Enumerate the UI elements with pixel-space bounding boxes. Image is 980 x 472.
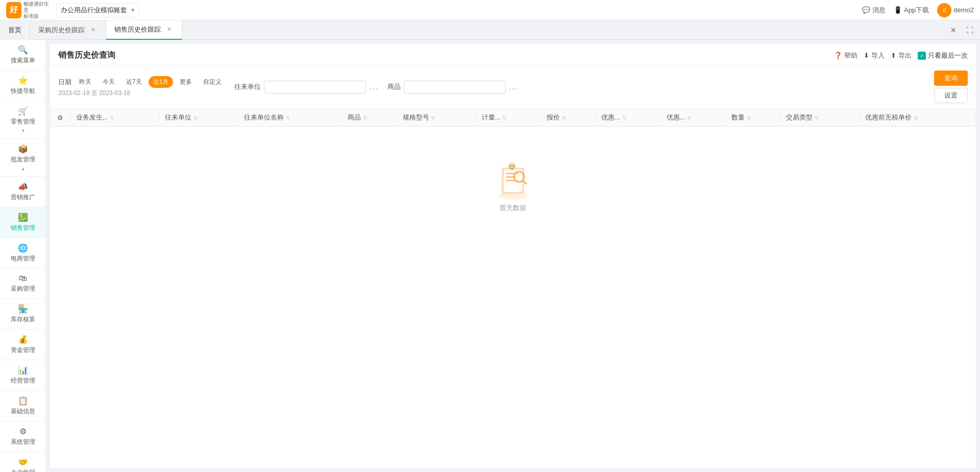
help-button[interactable]: ❓ 帮助 [834, 51, 857, 60]
ecommerce-icon: 🌐 [18, 243, 28, 253]
date-btn-yesterday[interactable]: 昨天 [75, 76, 96, 88]
tab-sales-close[interactable]: ✕ [165, 25, 174, 34]
svg-point-9 [510, 166, 511, 167]
sidebar-item-enterprise[interactable]: 🤝 企业协同 [0, 452, 45, 472]
tab-purchase-history[interactable]: 采购历史价跟踪 ✕ [30, 20, 106, 40]
sort-arrows-icon: ⇅ [110, 115, 114, 121]
tab-home[interactable]: 首页 [0, 20, 30, 40]
sidebar-item-sales-mgmt[interactable]: 💹 销售管理 [0, 207, 45, 238]
sort-arrows-icon: ⇅ [562, 115, 566, 121]
date-btn-more[interactable]: 更多 [175, 76, 197, 88]
sidebar-item-basic-info[interactable]: 📋 基础信息 [0, 391, 45, 421]
table-col-trade-type[interactable]: 交易类型 ⇅ [781, 109, 860, 127]
tab-maximize-button[interactable]: ⛶ [964, 24, 976, 36]
data-table: ⚙ 业务发生... ⇅ 往来单位 ⇅ 往来单位名称 [50, 109, 976, 127]
system-icon: ⚙ [19, 427, 27, 436]
sidebar-item-marketing[interactable]: 📣 营销推广 [0, 177, 45, 207]
filter-search-group: 查询 设置 [934, 70, 968, 103]
message-icon: 💬 [862, 6, 870, 14]
tab-close-all-button[interactable]: ✕ [947, 24, 960, 36]
search-button[interactable]: 查询 [934, 70, 968, 86]
content-area: 销售历史价查询 ❓ 帮助 ⬇ 导入 ⬆ 导出 ✓ [46, 40, 980, 472]
workspace-selector[interactable]: 办公用品行业模拟账套 ▾ [56, 3, 139, 17]
sidebar-item-finance[interactable]: 💰 资金管理 [0, 329, 45, 360]
sidebar-item-inventory[interactable]: 🏪 库存核算 [0, 299, 45, 329]
only-last-check[interactable]: ✓ 只看最后一次 [918, 51, 968, 60]
table-col-spec[interactable]: 规格型号 ⇅ [397, 109, 476, 127]
export-button[interactable]: ⬆ 导出 [891, 51, 912, 60]
logo-icon: 好 [6, 2, 21, 18]
chevron-down-icon: ▾ [131, 6, 135, 14]
user-profile[interactable]: d demo2 [937, 3, 974, 17]
goods-dots[interactable]: ... [509, 82, 519, 91]
sort-arrows-icon: ⇅ [286, 115, 290, 121]
sidebar-item-operations[interactable]: 📊 经营管理 [0, 360, 45, 391]
sort-arrows-icon: ⇅ [193, 115, 198, 121]
table-col-biz-date[interactable]: 业务发生... ⇅ [70, 109, 160, 127]
sidebar-item-label: 营销推广 [11, 193, 35, 202]
tab-purchase-label: 采购历史价跟踪 [38, 26, 85, 35]
app-download-button[interactable]: 📱 App下载 [894, 6, 929, 15]
page-container: 销售历史价查询 ❓ 帮助 ⬇ 导入 ⬆ 导出 ✓ [50, 44, 976, 468]
sort-arrows-icon: ⇅ [431, 115, 435, 121]
date-range-text: 2023-02-18 至 2023-03-18 [58, 89, 226, 98]
settings-button[interactable]: 设置 [934, 88, 968, 103]
date-btn-today[interactable]: 今天 [98, 76, 119, 88]
table-col-discount2[interactable]: 优惠... ⇅ [661, 109, 726, 127]
sidebar-item-label: 经营管理 [11, 376, 35, 385]
sidebar-item-label: 电商管理 [11, 254, 35, 263]
empty-text: 暂无数据 [500, 203, 526, 213]
counterpart-dots[interactable]: ... [369, 82, 379, 91]
sidebar-item-system[interactable]: ⚙ 系统管理 [0, 421, 45, 452]
sidebar-item-purchase-mgmt[interactable]: 🛍 采购管理 [0, 269, 45, 299]
table-col-counterpart-name[interactable]: 往来单位名称 ⇅ [239, 109, 342, 127]
date-btn-custom[interactable]: 自定义 [199, 76, 226, 88]
counterpart-filter-group: 往来单位 ... [234, 81, 379, 93]
message-button[interactable]: 💬 消息 [862, 6, 886, 15]
search-icon: 🔍 [18, 45, 28, 55]
sidebar-item-label: 零售管理 [11, 117, 35, 126]
sidebar-item-quick-nav[interactable]: ⭐ 快捷导航 [0, 70, 45, 101]
date-filter-group: 日期 昨天 今天 近7天 近1月 更多 自定义 2023-02-18 至 202… [58, 76, 226, 98]
export-icon: ⬆ [891, 52, 896, 59]
tab-home-label: 首页 [8, 26, 21, 35]
expand-icon: ▴ [22, 166, 24, 171]
date-btn-1month[interactable]: 近1月 [149, 76, 174, 88]
sidebar-item-label: 资金管理 [11, 346, 35, 355]
sidebar-item-ecommerce[interactable]: 🌐 电商管理 [0, 238, 45, 269]
import-button[interactable]: ⬇ 导入 [864, 51, 885, 60]
table-col-unit[interactable]: 计量... ⇅ [476, 109, 541, 127]
sort-arrows-icon: ⇅ [747, 115, 751, 121]
sidebar-item-label: 系统管理 [11, 438, 35, 446]
table-col-quantity[interactable]: 数量 ⇅ [726, 109, 780, 127]
table-col-settings[interactable]: ⚙ [50, 109, 70, 127]
main-layout: 🔍 搜索菜单 ⭐ 快捷导航 🛒 零售管理 ▾ 📦 批发管理 ▴ 📣 营销推广 💹… [0, 40, 980, 472]
goods-input[interactable] [404, 81, 506, 93]
top-header: 好 畅捷通好生意 标准版 办公用品行业模拟账套 ▾ 💬 消息 📱 App下载 d… [0, 0, 980, 20]
finance-icon: 💰 [18, 335, 28, 344]
counterpart-input[interactable] [264, 81, 366, 93]
empty-illustration [487, 157, 538, 203]
tab-sales-history[interactable]: 销售历史价跟踪 ✕ [106, 20, 182, 40]
retail-icon: 🛒 [18, 106, 28, 116]
sidebar: 🔍 搜索菜单 ⭐ 快捷导航 🛒 零售管理 ▾ 📦 批发管理 ▴ 📣 营销推广 💹… [0, 40, 46, 472]
tab-purchase-close[interactable]: ✕ [89, 26, 97, 34]
help-icon: ❓ [834, 52, 842, 59]
sidebar-item-label: 基础信息 [11, 407, 35, 416]
table-col-quote[interactable]: 报价 ⇅ [541, 109, 596, 127]
import-icon: ⬇ [864, 52, 869, 59]
sidebar-item-search-menu[interactable]: 🔍 搜索菜单 [0, 40, 45, 70]
table-col-discount1[interactable]: 优惠... ⇅ [596, 109, 661, 127]
table-col-goods[interactable]: 商品 ⇅ [342, 109, 397, 127]
table-col-pre-discount-price[interactable]: 优惠前无税单价 ⇅ [860, 109, 976, 127]
tab-sales-label: 销售历史价跟踪 [114, 25, 161, 34]
download-icon: 📱 [894, 6, 902, 14]
table-col-counterpart[interactable]: 往来单位 ⇅ [160, 109, 239, 127]
page-header: 销售历史价查询 ❓ 帮助 ⬇ 导入 ⬆ 导出 ✓ [50, 44, 976, 65]
goods-filter-group: 商品 ... [387, 81, 519, 93]
table-header-row: ⚙ 业务发生... ⇅ 往来单位 ⇅ 往来单位名称 [50, 109, 976, 127]
sidebar-item-retail-mgmt[interactable]: 🛒 零售管理 ▾ [0, 101, 45, 139]
sidebar-item-wholesale-mgmt[interactable]: 📦 批发管理 ▴ [0, 139, 45, 177]
marketing-icon: 📣 [18, 182, 28, 192]
date-btn-7days[interactable]: 近7天 [121, 76, 146, 88]
